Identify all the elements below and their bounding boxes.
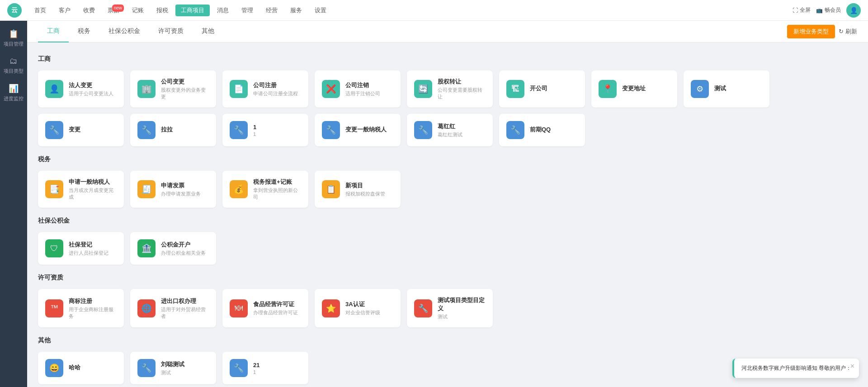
card-name: 哈哈 bbox=[69, 364, 117, 372]
card-desc: 1 bbox=[253, 131, 301, 137]
section-title-其他: 其他 bbox=[38, 336, 857, 345]
card-name: 申请发票 bbox=[161, 182, 209, 190]
card-icon: 📄 bbox=[230, 80, 248, 98]
card-icon: 📋 bbox=[322, 180, 340, 198]
refresh-button[interactable]: ↻ 刷新 bbox=[839, 28, 857, 36]
card-icon: 🏗 bbox=[506, 80, 524, 98]
nav-item-设置[interactable]: 设置 bbox=[309, 5, 332, 16]
card-刘聪测试[interactable]: 🔧刘聪测试测试 bbox=[130, 352, 216, 384]
card-name: 社保登记 bbox=[69, 241, 117, 249]
section-title-许可资质: 许可资质 bbox=[38, 274, 857, 282]
sidebar-label: 项目类型 bbox=[4, 68, 24, 75]
card-新项目[interactable]: 📋新项目报税加税控盘保管 bbox=[315, 171, 401, 208]
card-info: 公司变更股权变更外的业务变更 bbox=[161, 78, 209, 100]
card-食品经营许可证[interactable]: 🍽食品经营许可证办理食品经营许可证 bbox=[222, 289, 308, 327]
card-21[interactable]: 🔧211 bbox=[222, 352, 308, 384]
notification-close-button[interactable]: × bbox=[850, 362, 854, 370]
card-desc: 适用于对外贸易经营者 bbox=[161, 306, 209, 320]
card-desc: 股权变更外的业务变更 bbox=[161, 87, 209, 100]
card-社保登记[interactable]: 🛡社保登记进行人员社保登记 bbox=[38, 232, 124, 265]
card-icon: 🔧 bbox=[414, 121, 432, 139]
card-info: 商标注册用于企业商标注册服务 bbox=[69, 297, 117, 320]
card-name: 公积金开户 bbox=[161, 241, 209, 249]
card-公司变更[interactable]: 🏢公司变更股权变更外的业务变更 bbox=[130, 70, 216, 107]
card-1[interactable]: 🔧11 bbox=[222, 114, 308, 146]
card-desc: 葛红红测试 bbox=[438, 131, 486, 138]
card-info: 拉拉 bbox=[161, 126, 209, 135]
tabs-bar: 工商税务社保公积金许可资质其他 新增业务类型 ↻ 刷新 bbox=[27, 21, 868, 42]
card-开公司[interactable]: 🏗开公司 bbox=[499, 70, 585, 107]
avatar[interactable]: 👤 bbox=[846, 3, 861, 18]
card-拉拉[interactable]: 🔧拉拉 bbox=[130, 114, 216, 146]
card-股权转让[interactable]: 🔄股权转让公司变更需要股权转让 bbox=[407, 70, 493, 107]
nav-item-客户[interactable]: 客户 bbox=[53, 5, 76, 16]
card-公积金开户[interactable]: 🏦公积金开户办理公积金相关业务 bbox=[130, 232, 216, 265]
card-info: 公积金开户办理公积金相关业务 bbox=[161, 241, 209, 256]
card-grid-税务: 📑申请一般纳税人当月或次月成变更完成🧾申请发票办理申请发票业务💰税务报道+记账拿… bbox=[38, 171, 857, 208]
card-公司注销[interactable]: ❌公司注销适用于注销公司 bbox=[315, 70, 401, 107]
sidebar: 📋项目管理🗂项目类型📊进度监控 bbox=[0, 21, 27, 387]
tab-税务[interactable]: 税务 bbox=[69, 21, 99, 42]
card-哈哈[interactable]: 😄哈哈 bbox=[38, 352, 124, 384]
card-icon: 🌐 bbox=[137, 299, 156, 317]
nav-item-经营[interactable]: 经营 bbox=[260, 5, 283, 16]
card-商标注册[interactable]: ™商标注册用于企业商标注册服务 bbox=[38, 289, 124, 327]
section-title-税务: 税务 bbox=[38, 155, 857, 163]
card-info: 变更 bbox=[69, 126, 117, 135]
section-title-工商: 工商 bbox=[38, 55, 857, 63]
nav-item-首页[interactable]: 首页 bbox=[29, 5, 52, 16]
logo-text: 云 bbox=[11, 6, 18, 14]
card-葛红红[interactable]: 🔧葛红红葛红红测试 bbox=[407, 114, 493, 146]
card-icon: 🏢 bbox=[137, 80, 156, 98]
card-info: 进出口权办理适用于对外贸易经营者 bbox=[161, 297, 209, 320]
card-name: 法人变更 bbox=[69, 81, 117, 89]
tabs: 工商税务社保公积金许可资质其他 bbox=[38, 21, 787, 42]
card-变更[interactable]: 🔧变更 bbox=[38, 114, 124, 146]
card-税务报道+记账[interactable]: 💰税务报道+记账拿到营业执照的新公司 bbox=[222, 171, 308, 208]
card-icon: 🔧 bbox=[230, 359, 248, 377]
card-info: 测试项目类型目定义测试 bbox=[438, 296, 486, 320]
card-icon: 🔧 bbox=[414, 299, 432, 317]
card-name: 3A认证 bbox=[345, 300, 393, 308]
member-button[interactable]: 📺 畅会员 bbox=[816, 6, 841, 14]
card-测试项目类型目定义[interactable]: 🔧测试项目类型目定义测试 bbox=[407, 289, 493, 327]
card-icon: 🔧 bbox=[137, 359, 156, 377]
card-前期QQ[interactable]: 🔧前期QQ bbox=[499, 114, 585, 146]
card-公司注册[interactable]: 📄公司注册申请公司注册全流程 bbox=[222, 70, 308, 107]
card-name: 21 bbox=[253, 362, 301, 368]
nav-item-管理[interactable]: 管理 bbox=[236, 5, 259, 16]
fullscreen-button[interactable]: ⛶ 全屏 bbox=[793, 6, 811, 14]
card-变更地址[interactable]: 📍变更地址 bbox=[591, 70, 677, 107]
card-desc: 报税加税控盘保管 bbox=[345, 191, 393, 197]
tabs-bar-actions: 新增业务类型 ↻ 刷新 bbox=[787, 25, 857, 38]
card-申请一般纳税人[interactable]: 📑申请一般纳税人当月或次月成变更完成 bbox=[38, 171, 124, 208]
new-biz-type-button[interactable]: 新增业务类型 bbox=[787, 25, 835, 38]
tab-社保公积金[interactable]: 社保公积金 bbox=[99, 21, 149, 42]
nav-item-消息[interactable]: 消息 bbox=[212, 5, 234, 16]
card-测试[interactable]: ⚙测试 bbox=[684, 70, 769, 107]
card-name: 进出口权办理 bbox=[161, 297, 209, 305]
tab-许可资质[interactable]: 许可资质 bbox=[149, 21, 193, 42]
nav-item-票据[interactable]: 票据new bbox=[102, 5, 125, 16]
nav-item-工商项目[interactable]: 工商项目 bbox=[175, 5, 210, 16]
card-法人变更[interactable]: 👤法人变更适用于公司变更法人 bbox=[38, 70, 124, 107]
sidebar-item-项目类型[interactable]: 🗂项目类型 bbox=[0, 52, 27, 79]
card-变更一般纳税人[interactable]: 🔧变更一般纳税人 bbox=[315, 114, 401, 146]
nav-item-服务[interactable]: 服务 bbox=[285, 5, 307, 16]
card-name: 开公司 bbox=[530, 84, 578, 93]
tab-其他[interactable]: 其他 bbox=[193, 21, 223, 42]
nav-item-报税[interactable]: 报税 bbox=[151, 5, 174, 16]
card-icon: 📍 bbox=[599, 80, 617, 98]
sidebar-item-项目管理[interactable]: 📋项目管理 bbox=[0, 24, 27, 52]
card-icon: 🏦 bbox=[137, 239, 156, 257]
card-进出口权办理[interactable]: 🌐进出口权办理适用于对外贸易经营者 bbox=[130, 289, 216, 327]
sidebar-item-进度监控[interactable]: 📊进度监控 bbox=[0, 79, 27, 107]
card-申请发票[interactable]: 🧾申请发票办理申请发票业务 bbox=[130, 171, 216, 208]
card-3A认证[interactable]: ⭐3A认证对企业信誉评级 bbox=[315, 289, 401, 327]
card-icon: ™ bbox=[45, 299, 63, 317]
nav-item-收费[interactable]: 收费 bbox=[78, 5, 100, 16]
tab-工商[interactable]: 工商 bbox=[38, 21, 69, 42]
card-info: 11 bbox=[253, 124, 301, 137]
card-name: 前期QQ bbox=[530, 126, 578, 134]
nav-item-记账[interactable]: 记账 bbox=[127, 5, 149, 16]
